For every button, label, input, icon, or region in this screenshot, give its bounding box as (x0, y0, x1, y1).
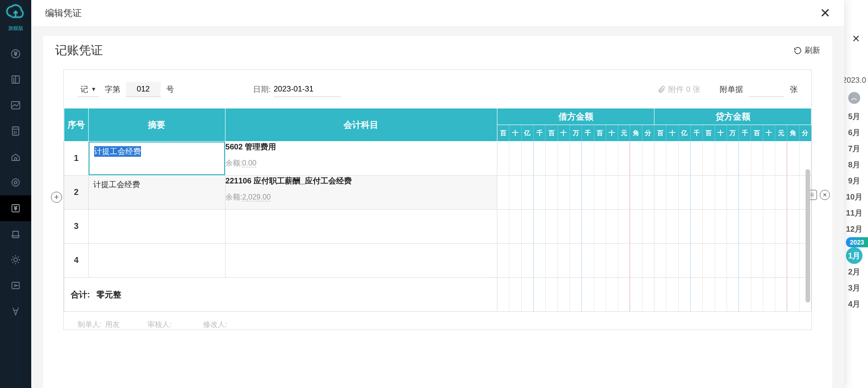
voucher-panel: 记账凭证 刷新 记 ▼ 字第 号 日期: (43, 36, 832, 388)
month-12[interactable]: 12月 (840, 221, 868, 237)
month-3[interactable]: 3月 (840, 280, 868, 296)
close-icon[interactable]: ✕ (820, 7, 830, 20)
year-badge: 2023 (846, 237, 868, 247)
attach-sheet-label: 附单据 (720, 84, 743, 95)
modal-header: 编辑凭证 ✕ (31, 0, 844, 27)
delete-row-button[interactable]: ✕ (820, 190, 830, 200)
svg-text:¥: ¥ (14, 51, 17, 57)
amount-cell[interactable] (497, 210, 654, 244)
summary-cell[interactable]: 计提工会经费 (89, 176, 225, 210)
month-1[interactable]: 1月 (846, 247, 862, 264)
summary-cell[interactable]: 计提工会经费 (89, 142, 225, 176)
bg-tab-close-icon[interactable]: × (852, 31, 860, 46)
svg-marker-18 (15, 285, 17, 286)
attach-sheet-input[interactable] (749, 82, 784, 97)
nav-item-4[interactable] (0, 118, 31, 144)
total-credit (654, 278, 812, 312)
zidi-label: 字第 (105, 84, 120, 95)
month-5[interactable]: 5月 (840, 108, 868, 125)
amount-cell[interactable] (654, 176, 812, 210)
svg-point-12 (12, 179, 19, 186)
balance-text: 余额:0.00 (225, 159, 497, 168)
month-9[interactable]: 9月 (840, 173, 868, 189)
amount-cell[interactable] (654, 244, 812, 278)
paperclip-icon (657, 86, 665, 94)
svg-text:¥: ¥ (14, 10, 17, 14)
nav-item-11[interactable] (0, 298, 31, 324)
nav-item-3[interactable] (0, 92, 31, 118)
modal-body: 记账凭证 刷新 记 ▼ 字第 号 日期: (31, 27, 844, 388)
month-4[interactable]: 4月 (840, 296, 868, 312)
amount-cell[interactable] (497, 244, 654, 278)
amount-cell[interactable] (497, 176, 654, 210)
attachment-link[interactable]: 附件 0 张 (657, 84, 700, 95)
amount-cell[interactable] (497, 142, 654, 176)
sidebar: ¥ 旗舰版 ¥ ¥ (0, 0, 31, 388)
add-row-button[interactable]: + (51, 192, 62, 203)
total-words: 零元整 (92, 290, 121, 299)
refresh-button[interactable]: 刷新 (794, 45, 820, 56)
voucher-table: 序号 摘要 会计科目 借方金额 贷方金额 百十亿千百十万千百十元角分 百十亿千百… (64, 108, 812, 312)
modal-title: 编辑凭证 (45, 7, 82, 19)
subject-cell[interactable] (225, 244, 497, 278)
preparer-value: 用友 (105, 320, 120, 330)
svg-rect-11 (15, 158, 17, 160)
seq-cell: 1 (64, 142, 89, 176)
attachment-label: 附件 0 张 (668, 84, 700, 95)
total-row: 合计: 零元整 (64, 278, 812, 312)
amount-cell[interactable] (654, 142, 812, 176)
refresh-icon (794, 46, 802, 55)
seq-cell: 3 (64, 210, 89, 244)
nav-item-6[interactable] (0, 170, 31, 195)
voucher-meta: 记 ▼ 字第 号 日期: 附件 0 张 附单据 (64, 82, 812, 108)
subject-cell[interactable]: 5602 管理费用余额:0.00 (225, 142, 497, 176)
subject-cell[interactable]: 221106 应付职工薪酬_应付工会经费余额:2,029.00 (225, 176, 497, 210)
month-picker: 2023.0 ︽ 5月 6月 7月 8月 9月 10月 11月 12月 2023… (840, 76, 868, 312)
summary-text (89, 210, 225, 217)
voucher-table-wrap: + ⎘ ✕ 序号 摘要 (64, 108, 812, 312)
svg-point-16 (14, 258, 17, 262)
balance-text: 余额:2,029.00 (225, 193, 497, 202)
preparer-label: 制单人: (78, 320, 101, 330)
nav-item-5[interactable] (0, 144, 31, 170)
th-subject: 会计科目 (225, 108, 497, 142)
table-row: 4 (64, 244, 812, 278)
scrollbar-thumb[interactable] (806, 169, 810, 302)
year-select[interactable]: 2023.0 (842, 76, 866, 85)
voucher-type-select[interactable]: 记 ▼ (78, 82, 99, 97)
nav-item-7[interactable]: ¥ (0, 195, 31, 221)
summary-text (89, 244, 225, 251)
month-10[interactable]: 10月 (840, 189, 868, 205)
amount-cell[interactable] (654, 210, 812, 244)
nav-item-8[interactable] (0, 221, 31, 247)
seq-cell: 2 (64, 176, 89, 210)
month-2[interactable]: 2月 (840, 264, 868, 280)
month-scroll-up[interactable]: ︽ (848, 92, 860, 104)
th-debit: 借方金额 (497, 108, 654, 125)
date-input[interactable] (274, 82, 341, 97)
summary-input[interactable]: 计提工会经费 (89, 142, 225, 175)
voucher-type-value: 记 (80, 84, 88, 95)
refresh-label: 刷新 (805, 45, 820, 56)
nav-item-2[interactable] (0, 67, 31, 92)
table-row: 2计提工会经费221106 应付职工薪酬_应付工会经费余额:2,029.00 (64, 176, 812, 210)
summary-cell[interactable] (89, 244, 225, 278)
app-logo: ¥ (6, 4, 25, 23)
subject-cell[interactable] (225, 210, 497, 244)
month-8[interactable]: 8月 (840, 157, 868, 173)
edit-voucher-modal: 编辑凭证 ✕ 记账凭证 刷新 记 ▼ 字第 号 (31, 0, 844, 388)
table-row: 1计提工会经费5602 管理费用余额:0.00 (64, 142, 812, 176)
voucher-number-input[interactable] (126, 82, 161, 97)
th-credit: 贷方金额 (654, 108, 812, 125)
nav-item-10[interactable] (0, 273, 31, 298)
month-6[interactable]: 6月 (840, 125, 868, 141)
month-11[interactable]: 11月 (840, 205, 868, 221)
date-label: 日期: (253, 84, 271, 95)
nav-item-1[interactable]: ¥ (0, 41, 31, 67)
total-label: 合计: (64, 290, 90, 299)
nav-item-9[interactable] (0, 247, 31, 273)
panel-title: 记账凭证 (55, 42, 103, 58)
summary-cell[interactable] (89, 210, 225, 244)
month-7[interactable]: 7月 (840, 141, 868, 157)
summary-text: 计提工会经费 (89, 176, 225, 194)
